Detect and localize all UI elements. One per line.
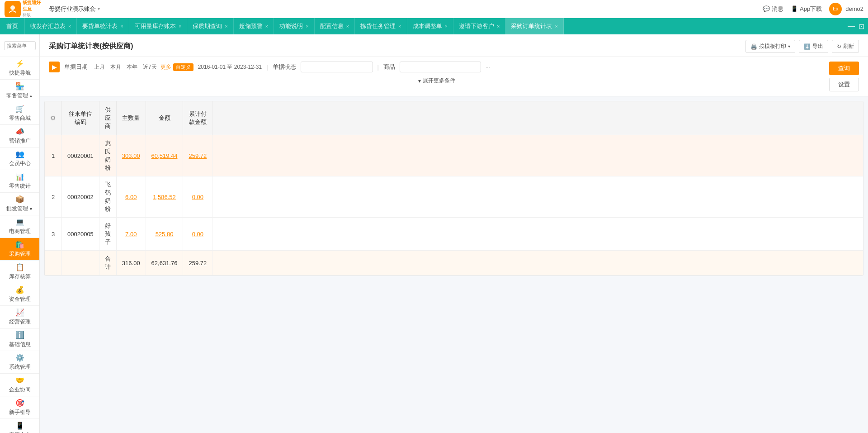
tab-cost-adjust[interactable]: 成本调整单 × — [407, 18, 453, 34]
sidebar-item-marketing[interactable]: 📣 营销推广 — [0, 125, 39, 148]
row-2-amount: 1,586.52 — [146, 176, 183, 218]
sidebar-item-retail-stats[interactable]: 📊 零售统计 — [0, 170, 39, 193]
finance-icon: 💰 — [15, 285, 24, 294]
date-shortcut-7days[interactable]: 近7天 — [141, 62, 159, 72]
message-icon: 💬 — [763, 5, 770, 12]
col-gear-icon[interactable]: ⚙ — [50, 114, 56, 122]
sidebar-item-new-guide[interactable]: 🎯 新手引导 — [0, 396, 39, 419]
user-avatar: Ea — [829, 3, 842, 15]
sidebar-item-member-center-label: 会员中心 — [9, 160, 31, 167]
sidebar-item-marketing-label: 营销推广 — [9, 137, 31, 145]
sidebar-item-basic-info[interactable]: ℹ️ 基础信息 — [0, 328, 39, 351]
tab-expiry-query[interactable]: 保质期查询 × — [187, 18, 233, 34]
status-select[interactable] — [301, 62, 373, 72]
row-1-paid-link[interactable]: 259.72 — [189, 152, 207, 159]
print-arrow-icon: ▾ — [788, 44, 790, 49]
user-area[interactable]: Ea demo2 — [829, 3, 863, 15]
tab-goods-summary[interactable]: 要货单统计表 × — [77, 18, 129, 34]
page-title: 采购订单统计表(按供应商) — [49, 42, 133, 51]
row-1-qty-link[interactable]: 303.00 — [122, 152, 140, 159]
maximize-icon[interactable]: ⊡ — [859, 22, 864, 31]
data-table: ⚙ 往来单位编码 供应商 主数量 金额 累计付款金额 1 — [45, 101, 863, 276]
col-code-header: 往来单位编码 — [62, 101, 99, 135]
tab-available-stock-label: 可用量库存账本 — [135, 22, 176, 30]
tab-config-info[interactable]: 配置信息 × — [315, 18, 355, 34]
tab-config-info-close[interactable]: × — [346, 24, 349, 29]
expand-more-btn[interactable]: ▾ 展开更多条件 — [49, 75, 825, 86]
refresh-button[interactable]: ↻ 刷新 — [832, 40, 859, 53]
row-1-supplier: 惠氏奶粉 — [99, 135, 116, 176]
tab-overstock-warning-label: 超储预警 — [239, 22, 263, 30]
row-3-code: 00020005 — [62, 218, 99, 251]
tab-purchase-summary[interactable]: 采购订单统计表 × — [505, 18, 563, 34]
message-label: 消息 — [772, 5, 783, 13]
sidebar-item-purchase-mgmt[interactable]: 🛍️ 采购管理 — [0, 238, 39, 261]
sidebar-item-inventory[interactable]: 📋 库存核算 — [0, 261, 39, 283]
tab-goods-summary-close[interactable]: × — [120, 24, 123, 29]
sidebar-item-corp-collab[interactable]: 🤝 企业协同 — [0, 374, 39, 396]
message-btn[interactable]: 💬 消息 — [763, 5, 783, 13]
row-1-amount: 60,519.44 — [146, 135, 183, 176]
tab-task-mgmt-close[interactable]: × — [398, 24, 401, 29]
footer-amount: 62,631.76 — [146, 251, 183, 276]
date-shortcut-more[interactable]: 更多 — [160, 63, 171, 71]
row-1-amount-link[interactable]: 60,519.44 — [151, 152, 178, 159]
filter-toggle-btn[interactable]: ▶ — [49, 62, 60, 72]
tab-available-stock-close[interactable]: × — [179, 24, 181, 29]
workspace-selector[interactable]: 母婴行业演示账套 ▾ — [44, 5, 763, 13]
sidebar-item-app-center[interactable]: 📱 应用中心 — [0, 419, 39, 433]
tab-invite-downstream[interactable]: 邀请下游客户 × — [453, 18, 505, 34]
tab-cost-adjust-label: 成本调整单 — [413, 22, 442, 30]
row-3-qty-link[interactable]: 7.00 — [125, 231, 137, 238]
tab-home[interactable]: 首页 — [0, 18, 25, 34]
tab-available-stock[interactable]: 可用量库存账本 × — [129, 18, 187, 34]
row-3-amount-link[interactable]: 525.80 — [156, 231, 174, 238]
sidebar-item-retail-mgmt[interactable]: 🏪 零售管理▲ — [0, 80, 39, 102]
settings-button[interactable]: 设置 — [829, 78, 859, 91]
sidebar-item-retail-stats-label: 零售统计 — [9, 182, 31, 190]
minimize-icon[interactable]: — — [848, 22, 855, 30]
tab-function-desc-close[interactable]: × — [306, 24, 308, 29]
date-shortcut-last-month[interactable]: 上月 — [92, 62, 107, 72]
tab-task-mgmt[interactable]: 拣货任务管理 × — [355, 18, 407, 34]
app-download-btn[interactable]: 📱 App下载 — [791, 5, 822, 13]
tab-overstock-warning[interactable]: 超储预警 × — [234, 18, 274, 34]
sidebar-item-wholesale-mgmt[interactable]: 📦 批发管理▼ — [0, 193, 39, 215]
row-3-paid-link[interactable]: 0.00 — [192, 231, 203, 238]
page-content: 采购订单统计表(按供应商) 🖨️ 按模板打印 ▾ ⬇️ 导出 ↻ 刷新 — [40, 34, 868, 433]
date-shortcut-this-month[interactable]: 本月 — [108, 62, 123, 72]
date-shortcut-this-year[interactable]: 本年 — [125, 62, 139, 72]
sidebar-item-ops-mgmt[interactable]: 📈 经营管理 — [0, 306, 39, 328]
tab-function-desc[interactable]: 功能说明 × — [274, 18, 314, 34]
retail-mgmt-icon: 🏪 — [15, 82, 24, 90]
export-button[interactable]: ⬇️ 导出 — [799, 40, 828, 53]
tab-cost-adjust-close[interactable]: × — [445, 24, 448, 29]
sidebar-item-member-center[interactable]: 👥 会员中心 — [0, 148, 39, 170]
sidebar-item-retail-shop[interactable]: 🛒 零售商城 — [0, 102, 39, 125]
retail-shop-icon: 🛒 — [15, 105, 24, 113]
sidebar-item-basic-info-label: 基础信息 — [9, 341, 31, 348]
sidebar-item-system-mgmt[interactable]: ⚙️ 系统管理 — [0, 351, 39, 374]
sidebar-search-area[interactable] — [0, 34, 39, 57]
row-2-paid-link[interactable]: 0.00 — [192, 194, 203, 200]
sidebar-item-quick-nav[interactable]: ⚡ 快捷导航 — [0, 57, 39, 80]
sidebar-item-ecommerce[interactable]: 💻 电商管理 — [0, 215, 39, 238]
tab-purchase-summary-close[interactable]: × — [555, 24, 557, 29]
sidebar-search-input[interactable] — [4, 41, 36, 50]
query-button[interactable]: 查询 — [829, 62, 859, 75]
tab-receive-summary-close[interactable]: × — [68, 24, 71, 29]
tab-receive-summary[interactable]: 收发存汇总表 × — [25, 18, 77, 34]
tab-overstock-warning-close[interactable]: × — [265, 24, 268, 29]
row-2-qty-link[interactable]: 6.00 — [125, 194, 137, 200]
print-button[interactable]: 🖨️ 按模板打印 ▾ — [745, 40, 795, 53]
footer-empty-1 — [45, 251, 62, 276]
sidebar-item-finance[interactable]: 💰 资金管理 — [0, 283, 39, 306]
goods-input[interactable] — [400, 62, 481, 72]
tab-expiry-query-close[interactable]: × — [225, 24, 227, 29]
tab-invite-downstream-close[interactable]: × — [497, 24, 500, 29]
row-2-amount-link[interactable]: 1,586.52 — [153, 194, 176, 200]
goods-more-icon[interactable]: ··· — [486, 64, 490, 70]
ops-mgmt-icon: 📈 — [15, 308, 24, 317]
sidebar-item-retail-mgmt-label: 零售管理▲ — [6, 92, 33, 100]
filter-row-1: ▶ 单据日期 上月 本月 本年 近7天 更多 自定义 20 — [49, 62, 825, 72]
